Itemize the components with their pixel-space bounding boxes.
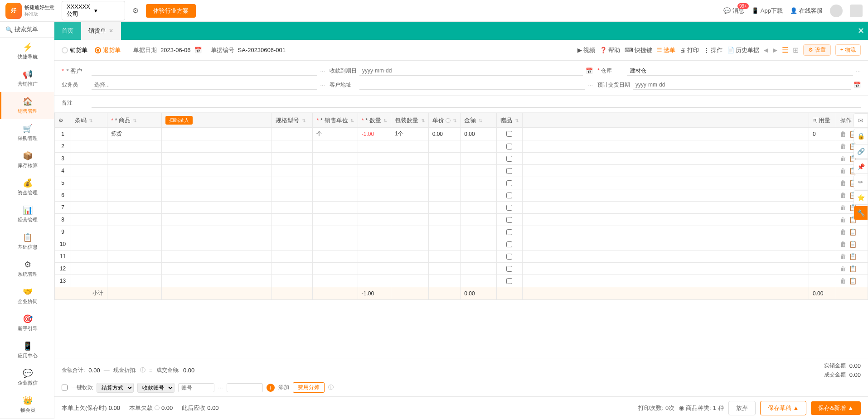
sidebar-item-finance[interactable]: 💰 资金管理: [0, 173, 54, 201]
row-barcode[interactable]: [71, 189, 107, 202]
sidebar-item-appstore[interactable]: 📱 应用中心: [0, 337, 54, 364]
row-price[interactable]: [428, 177, 461, 189]
gift-checkbox[interactable]: [506, 180, 512, 186]
next-icon[interactable]: ▶: [773, 47, 777, 53]
row-price[interactable]: [428, 226, 461, 238]
row-pkg-qty[interactable]: [391, 238, 428, 250]
tab-home[interactable]: 首页: [54, 22, 81, 40]
barcode-input[interactable]: [75, 278, 103, 284]
row-price[interactable]: [428, 202, 461, 214]
barcode-input[interactable]: [75, 241, 103, 247]
row-unit[interactable]: 个: [313, 128, 358, 140]
sidebar-item-marketing[interactable]: 📢 营销推广: [0, 65, 54, 92]
logistics-button[interactable]: + 物流: [835, 44, 861, 56]
gift-checkbox[interactable]: [506, 193, 512, 198]
fee-info-icon[interactable]: ⓘ: [328, 384, 334, 391]
gift-checkbox[interactable]: [506, 168, 512, 174]
gift-checkbox[interactable]: [506, 266, 512, 272]
delete-icon[interactable]: 🗑: [840, 277, 846, 284]
row-barcode[interactable]: [71, 214, 107, 226]
row-unit[interactable]: [313, 238, 358, 250]
row-spec[interactable]: [272, 202, 313, 214]
gift-checkbox[interactable]: [506, 254, 512, 260]
row-amount[interactable]: 0.00: [461, 128, 497, 140]
video-link[interactable]: ▶ 视频: [577, 46, 595, 54]
row-unit[interactable]: [313, 226, 358, 238]
th-settings[interactable]: ⚙: [55, 113, 71, 128]
delivery-date-input[interactable]: [633, 80, 851, 90]
row-price[interactable]: [428, 165, 461, 177]
salesperson-more-icon[interactable]: ···: [320, 82, 325, 88]
row-pkg-qty[interactable]: [391, 275, 428, 287]
row-gift[interactable]: [497, 250, 522, 263]
barcode-input[interactable]: [75, 192, 103, 198]
delete-icon[interactable]: 🗑: [840, 192, 846, 199]
row-gift[interactable]: [497, 128, 522, 140]
row-unit[interactable]: [313, 153, 358, 165]
delete-icon[interactable]: 🗑: [840, 155, 846, 162]
row-amount[interactable]: [461, 177, 497, 189]
barcode-input[interactable]: [75, 204, 103, 211]
row-qty[interactable]: [358, 226, 391, 238]
row-amount[interactable]: [461, 214, 497, 226]
barcode-input[interactable]: [75, 131, 103, 137]
barcode-input[interactable]: [75, 229, 103, 235]
delete-icon[interactable]: 🗑: [840, 241, 846, 248]
row-product[interactable]: [107, 238, 162, 250]
row-gift[interactable]: [497, 226, 522, 238]
row-qty[interactable]: [358, 165, 391, 177]
gift-checkbox[interactable]: [506, 241, 512, 247]
prev-icon[interactable]: ◀: [764, 47, 768, 53]
row-qty[interactable]: [358, 202, 391, 214]
row-unit[interactable]: [313, 165, 358, 177]
row-pkg-qty[interactable]: [391, 214, 428, 226]
row-spec[interactable]: [272, 238, 313, 250]
payment-amount-input[interactable]: [227, 383, 263, 392]
row-product[interactable]: [107, 153, 162, 165]
sidebar-item-sales[interactable]: 🏠 销售管理: [0, 92, 54, 119]
account-select[interactable]: 收款账号: [137, 383, 175, 393]
delivery-date-calendar-icon[interactable]: 📅: [853, 82, 861, 88]
messages-btn[interactable]: 💬 消息 99+: [723, 7, 744, 15]
online-service-btn[interactable]: 👤 在线客服: [790, 7, 823, 15]
row-barcode[interactable]: [71, 275, 107, 287]
row-qty[interactable]: [358, 263, 391, 275]
row-pkg-qty[interactable]: [391, 177, 428, 189]
customer-more-icon[interactable]: ···: [320, 67, 325, 74]
trial-button[interactable]: 体验行业方案: [146, 4, 196, 18]
row-product[interactable]: [107, 214, 162, 226]
sidebar-item-quick-nav[interactable]: ⚡ 快捷导航: [0, 38, 54, 65]
grid-view-icon[interactable]: ⊞: [793, 46, 799, 54]
row-qty[interactable]: [358, 177, 391, 189]
doc-owed-info-icon[interactable]: ⓘ: [155, 405, 160, 411]
right-panel-edit[interactable]: ✏: [853, 175, 868, 189]
row-product[interactable]: [107, 177, 162, 189]
row-price[interactable]: [428, 153, 461, 165]
row-spec[interactable]: [272, 165, 313, 177]
row-gift[interactable]: [497, 202, 522, 214]
row-price[interactable]: [428, 189, 461, 202]
row-pkg-qty[interactable]: 1个: [391, 128, 428, 140]
sidebar-item-inventory[interactable]: 📦 库存核算: [0, 146, 54, 173]
barcode-input[interactable]: [75, 253, 103, 260]
warehouse-input[interactable]: [627, 66, 853, 76]
row-qty[interactable]: [358, 238, 391, 250]
right-panel-msg[interactable]: ✉: [853, 113, 868, 128]
row-barcode[interactable]: [71, 153, 107, 165]
row-pkg-qty[interactable]: [391, 140, 428, 153]
price-info-icon[interactable]: ⓘ: [446, 118, 451, 123]
sidebar-item-purchase[interactable]: 🛒 采购管理: [0, 119, 54, 146]
row-price[interactable]: [428, 140, 461, 153]
right-panel-pin[interactable]: 📌: [853, 159, 868, 174]
sidebar-item-collab[interactable]: 🤝 企业协同: [0, 282, 54, 309]
customer-addr-more-icon[interactable]: ···: [588, 82, 593, 88]
due-date-calendar-icon[interactable]: 📅: [586, 67, 593, 74]
row-gift[interactable]: [497, 177, 522, 189]
row-pkg-qty[interactable]: [391, 226, 428, 238]
delete-icon[interactable]: 🗑: [840, 130, 846, 138]
row-spec[interactable]: [272, 263, 313, 275]
fee-split-btn[interactable]: 费用分摊: [293, 382, 325, 393]
row-product[interactable]: [107, 226, 162, 238]
row-spec[interactable]: [272, 250, 313, 263]
row-unit[interactable]: [313, 202, 358, 214]
